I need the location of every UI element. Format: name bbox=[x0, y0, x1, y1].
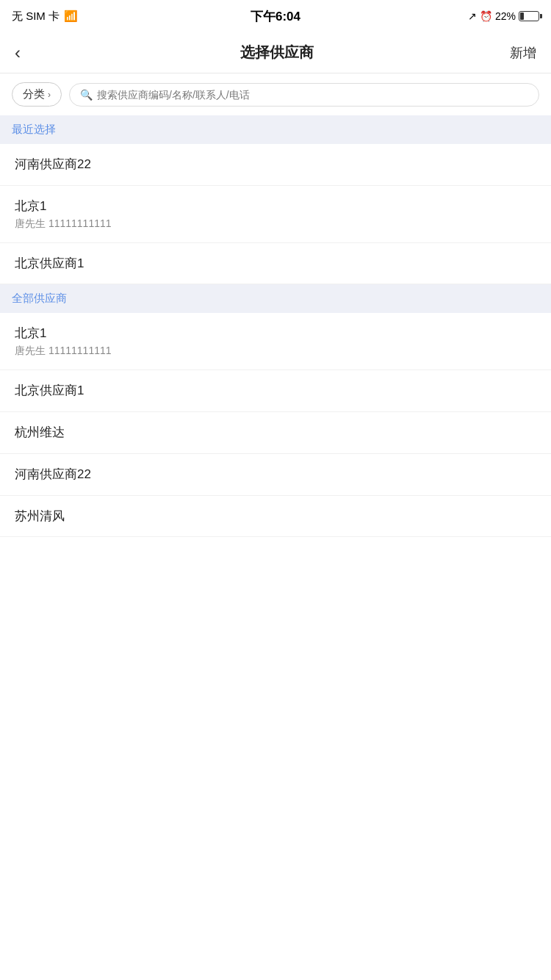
recent-item-sub-1: 唐先生 11111111111 bbox=[15, 217, 536, 231]
all-item-name-2: 杭州维达 bbox=[15, 424, 536, 442]
recent-items-list: 河南供应商22 北京1 唐先生 11111111111 北京供应商1 bbox=[0, 144, 551, 284]
search-icon: 🔍 bbox=[80, 89, 93, 101]
all-item-2[interactable]: 杭州维达 bbox=[0, 412, 551, 454]
recent-section-label: 最近选择 bbox=[12, 123, 56, 135]
status-right: ↗ ⏰ 22% bbox=[468, 10, 539, 22]
all-section-label: 全部供应商 bbox=[12, 292, 67, 304]
all-item-name-4: 苏州清风 bbox=[15, 508, 536, 525]
alarm-icon: ⏰ bbox=[480, 10, 492, 22]
page-title: 选择供应商 bbox=[240, 43, 314, 62]
sim-label: 无 SIM 卡 bbox=[12, 10, 60, 24]
recent-section-header: 最近选择 bbox=[0, 115, 551, 144]
all-item-1[interactable]: 北京供应商1 bbox=[0, 370, 551, 412]
all-item-name-3: 河南供应商22 bbox=[15, 466, 536, 483]
all-item-name-0: 北京1 bbox=[15, 325, 536, 342]
chevron-right-icon: › bbox=[48, 90, 51, 100]
battery-box bbox=[519, 11, 539, 21]
all-item-0[interactable]: 北京1 唐先生 11111111111 bbox=[0, 313, 551, 370]
battery-container bbox=[519, 11, 539, 21]
nav-bar: ‹ 选择供应商 新增 bbox=[0, 32, 551, 73]
recent-item-2[interactable]: 北京供应商1 bbox=[0, 243, 551, 285]
battery-percentage: 22% bbox=[495, 10, 516, 22]
all-items-list: 北京1 唐先生 11111111111 北京供应商1 杭州维达 河南供应商22 … bbox=[0, 313, 551, 537]
search-box[interactable]: 🔍 bbox=[69, 83, 539, 107]
location-icon: ↗ bbox=[468, 10, 477, 22]
all-item-sub-0: 唐先生 11111111111 bbox=[15, 345, 536, 358]
recent-item-name-0: 河南供应商22 bbox=[15, 156, 536, 173]
all-item-name-1: 北京供应商1 bbox=[15, 382, 536, 400]
battery-fill bbox=[520, 12, 524, 20]
status-bar: 无 SIM 卡 📶 下午6:04 ↗ ⏰ 22% bbox=[0, 0, 551, 32]
search-input[interactable] bbox=[97, 89, 528, 101]
status-time: 下午6:04 bbox=[251, 8, 300, 25]
all-item-3[interactable]: 河南供应商22 bbox=[0, 454, 551, 496]
category-label: 分类 bbox=[23, 87, 45, 101]
wifi-icon: 📶 bbox=[64, 10, 78, 23]
back-button[interactable]: ‹ bbox=[15, 43, 44, 63]
recent-item-name-2: 北京供应商1 bbox=[15, 255, 536, 273]
status-left: 无 SIM 卡 📶 bbox=[12, 10, 78, 24]
all-section-header: 全部供应商 bbox=[0, 284, 551, 313]
category-button[interactable]: 分类 › bbox=[12, 82, 62, 107]
add-button[interactable]: 新增 bbox=[510, 44, 536, 62]
recent-item-name-1: 北京1 bbox=[15, 198, 536, 215]
all-item-4[interactable]: 苏州清风 bbox=[0, 496, 551, 538]
recent-item-1[interactable]: 北京1 唐先生 11111111111 bbox=[0, 186, 551, 243]
recent-item-0[interactable]: 河南供应商22 bbox=[0, 144, 551, 186]
filter-bar: 分类 › 🔍 bbox=[0, 73, 551, 115]
